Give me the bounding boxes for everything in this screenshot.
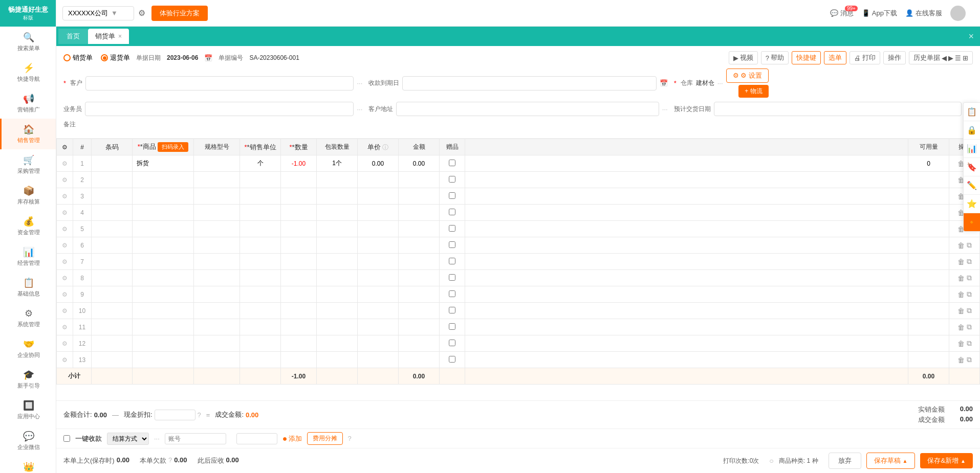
row-pkgqty[interactable] [317,221,358,237]
salesperson-input[interactable] [85,102,354,116]
goods-type-checkbox[interactable]: ○ [769,457,773,465]
row-price[interactable] [358,335,399,352]
row-pkgqty[interactable]: 1个 [317,155,358,172]
copy-row-button[interactable]: ⧉ [967,241,972,250]
due-date-input[interactable] [402,76,656,91]
row-gift[interactable] [440,319,465,335]
due-date-calendar-icon[interactable]: 📅 [660,79,668,87]
row-price[interactable] [358,254,399,270]
row-price[interactable] [358,319,399,335]
row-pkgqty[interactable] [317,270,358,286]
save-draft-button[interactable]: 保存草稿 ▲ [866,453,916,469]
row-qty[interactable]: -1.00 [281,155,317,172]
row-gift[interactable] [440,188,465,205]
rfloat-tag[interactable]: 🔖 [964,158,980,176]
row-gift[interactable] [440,286,465,303]
row-qty[interactable] [281,172,317,188]
settle-method-select[interactable]: 结算方式 [107,433,149,445]
tab-close-icon[interactable]: × [118,33,122,40]
avatar[interactable] [950,6,966,21]
row-barcode[interactable] [92,205,133,221]
row-unit[interactable]: 个 [240,155,281,172]
row-gift[interactable] [440,270,465,286]
salesperson-dots[interactable]: ··· [357,105,362,113]
row-qty[interactable] [281,237,317,254]
sidebar-item-purchase[interactable]: 🛒 采购管理 [0,149,56,180]
row-unit[interactable] [240,254,281,270]
tab-home[interactable]: 首页 [58,29,88,44]
sidebar-item-guide[interactable]: 🎓 新手引导 [0,364,56,395]
row-qty[interactable] [281,270,317,286]
row-pkgqty[interactable] [317,352,358,368]
row-gift[interactable] [440,335,465,352]
row-barcode[interactable] [92,270,133,286]
sidebar-item-appcenter[interactable]: 🔲 应用中心 [0,395,56,425]
one-click-pay-checkbox[interactable] [63,435,70,442]
row-goods[interactable] [133,352,194,368]
row-unit[interactable] [240,335,281,352]
warehouse-dots[interactable]: ··· [717,79,723,87]
row-spec[interactable] [194,254,240,270]
row-barcode[interactable] [92,352,133,368]
row-spec[interactable] [194,172,240,188]
row-unit[interactable] [240,286,281,303]
row-qty[interactable] [281,188,317,205]
delete-row-button[interactable]: 🗑 [957,339,965,348]
expected-date-input[interactable] [714,102,962,116]
row-goods[interactable] [133,303,194,319]
copy-row-button[interactable]: ⧉ [967,274,972,282]
toolbar-print-btn[interactable]: 🖨 打印 [850,51,880,64]
sidebar-item-system[interactable]: ⚙ 系统管理 [0,303,56,333]
row-price[interactable] [358,286,399,303]
row-amount[interactable] [399,205,440,221]
row-qty[interactable] [281,335,317,352]
row-amount[interactable] [399,286,440,303]
try-plan-button[interactable]: 体验行业方案 [151,6,208,21]
toolbar-shortcut-btn[interactable]: 快捷键 [792,51,821,64]
row-gift[interactable] [440,254,465,270]
rfloat-star[interactable]: ⭐ [964,195,980,213]
copy-row-button[interactable]: ⧉ [967,323,972,331]
online-service-item[interactable]: 👤 在线客服 [905,9,942,18]
row-spec[interactable] [194,155,240,172]
row-price[interactable] [358,188,399,205]
settle-dots[interactable]: ··· [154,435,160,442]
row-barcode[interactable] [92,155,133,172]
rfloat-chart[interactable]: 📊 [964,140,980,158]
sidebar-item-wechat[interactable]: 💬 企业微信 [0,425,56,456]
sidebar-item-quicknav[interactable]: ⚡ 快捷导航 [0,57,56,88]
account-input[interactable] [165,433,226,444]
row-spec[interactable] [194,286,240,303]
row-gift[interactable] [440,221,465,237]
row-goods[interactable] [133,286,194,303]
copy-row-button[interactable]: ⧉ [967,339,972,348]
row-amount[interactable] [399,352,440,368]
app-download-item[interactable]: 📱 App下载 [862,9,897,18]
discount-input[interactable] [155,410,195,420]
row-amount[interactable] [399,335,440,352]
save-new-button[interactable]: 保存&新增 ▲ [920,453,973,468]
row-goods[interactable] [133,335,194,352]
row-spec[interactable] [194,221,240,237]
row-price[interactable] [358,270,399,286]
row-qty[interactable] [281,303,317,319]
row-barcode[interactable] [92,188,133,205]
row-pkgqty[interactable] [317,319,358,335]
row-goods[interactable] [133,188,194,205]
sidebar-item-collab[interactable]: 🤝 企业协同 [0,333,56,364]
row-spec[interactable] [194,319,240,335]
sidebar-item-finance[interactable]: 💰 资金管理 [0,211,56,241]
row-spec[interactable] [194,303,240,319]
row-barcode[interactable] [92,254,133,270]
row-spec[interactable] [194,352,240,368]
row-goods[interactable]: 拆货 [133,155,194,172]
discount-question-icon[interactable]: ? [198,411,201,419]
row-goods[interactable] [133,270,194,286]
row-price[interactable] [358,172,399,188]
rfloat-lock[interactable]: 🔒 [964,121,980,140]
rfloat-notes[interactable]: 📋 [964,103,980,121]
rfloat-edit[interactable]: ✏️ [964,176,980,195]
sidebar-item-basic[interactable]: 📋 基础信息 [0,272,56,303]
row-amount[interactable] [399,270,440,286]
add-payment-btn[interactable]: ● 添加 [282,434,302,443]
